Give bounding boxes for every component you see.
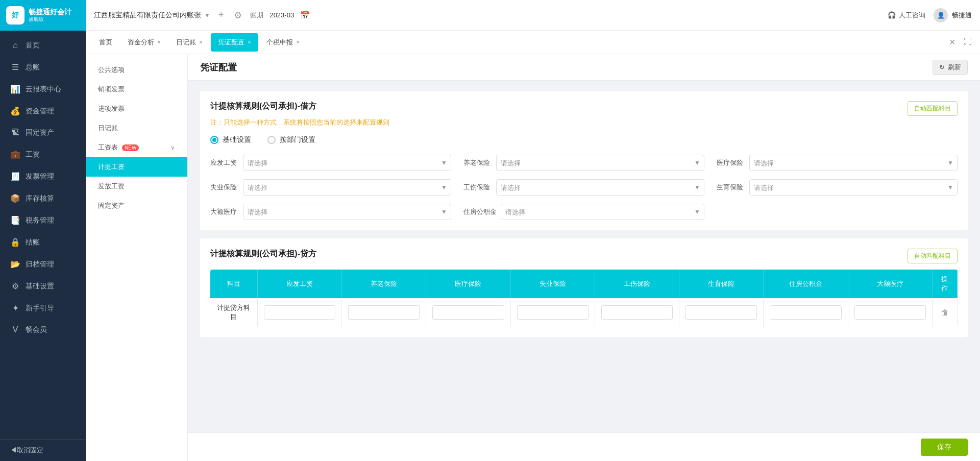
headset-icon: 🎧 (888, 11, 896, 19)
company-selector[interactable]: 江西服宝精品有限责任公司内账张 ▼ (94, 11, 210, 20)
row-medical-cell (426, 298, 510, 327)
sub-sidebar: 公共选项 销项发票 进项发票 日记账 工资表 NEW ∨ 计提工资 (86, 54, 188, 461)
row-injury-input[interactable] (601, 305, 673, 320)
sub-label-fixed-assets: 固定资产 (98, 201, 125, 210)
sidebar-item-inventory[interactable]: 📦 库存核算 (0, 187, 86, 209)
bottom-bar: 保存 (188, 432, 980, 461)
field-unemployment-select[interactable]: 请选择 (243, 179, 451, 196)
support-button[interactable]: 🎧 人工咨询 (888, 11, 925, 20)
row-unemployment-input[interactable] (517, 305, 589, 320)
row-maternity-cell (679, 298, 764, 327)
closing-icon: 🔒 (10, 237, 20, 247)
field-housing-select[interactable]: 请选择 (501, 204, 704, 220)
debit-auto-match-button[interactable]: 自动匹配科目 (908, 101, 958, 116)
field-housing-label: 住房公积金 (463, 207, 497, 216)
radio-basic[interactable]: 基础设置 (210, 135, 251, 144)
sidebar-item-tax[interactable]: 📑 税务管理 (0, 209, 86, 231)
credit-table: 科目 应发工资 养老保险 医疗保险 失业保险 工伤保险 生育保险 住房公积金 大… (210, 270, 958, 327)
sub-item-raise[interactable]: 计提工资 (86, 157, 187, 177)
field-maternity-label: 生育保险 (717, 183, 745, 192)
radio-group: 基础设置 按部门设置 (210, 135, 958, 144)
sidebar-item-closing[interactable]: 🔒 结账 (0, 231, 86, 253)
sub-item-purchase[interactable]: 进项发票 (86, 99, 187, 118)
sub-label-purchase: 进项发票 (98, 104, 125, 113)
assets-icon: 🏗 (10, 128, 20, 137)
radio-basic-circle (210, 136, 218, 144)
sub-item-salary-table[interactable]: 工资表 NEW ∨ (86, 138, 187, 157)
sidebar-item-archive[interactable]: 📂 归档管理 (0, 253, 86, 275)
row-maternity-input[interactable] (685, 305, 757, 320)
sub-label-journal: 日记账 (98, 124, 118, 133)
sidebar-item-member[interactable]: V 畅会员 (0, 319, 86, 341)
tab-tax-close[interactable]: × (296, 39, 300, 46)
add-company-button[interactable]: + (216, 8, 226, 22)
sub-label-salary-table: 工资表 (98, 143, 118, 152)
expand-icon: ∨ (170, 144, 175, 151)
refresh-button[interactable]: ↻ 刷新 (933, 60, 968, 75)
sub-item-public[interactable]: 公共选项 (86, 60, 187, 80)
tab-home[interactable]: 首页 (92, 33, 119, 52)
tab-funds[interactable]: 资金分析 × (120, 33, 168, 52)
sidebar-item-guide[interactable]: ✦ 新手引导 (0, 297, 86, 319)
row-salary-input[interactable] (264, 305, 335, 320)
unpin-button[interactable]: ◀取消固定 (0, 439, 86, 461)
sub-item-journal[interactable]: 日记账 (86, 118, 187, 138)
sidebar-label-member: 畅会员 (26, 325, 47, 334)
sub-label-sales: 销项发票 (98, 85, 125, 94)
sub-item-pay[interactable]: 发放工资 (86, 177, 187, 196)
unpin-label: ◀取消固定 (10, 446, 43, 455)
row-pension-input[interactable] (348, 305, 420, 320)
tab-voucher[interactable]: 凭证配置 × (211, 33, 258, 52)
refresh-icon: ↻ (939, 63, 945, 71)
row-housing-input[interactable] (770, 305, 841, 320)
logo-icon: 好 (6, 6, 24, 25)
row-action-cell: 🗑 (932, 298, 957, 327)
sidebar-item-funds[interactable]: 💰 资金管理 (0, 100, 86, 122)
field-large-medical-select[interactable]: 请选择 (243, 204, 451, 220)
settings-icon: ⚙ (10, 281, 20, 291)
field-large-medical-label: 大额医疗 (210, 207, 239, 216)
radio-department-circle (267, 136, 276, 144)
radio-department[interactable]: 按部门设置 (267, 135, 315, 144)
tab-funds-close[interactable]: × (157, 39, 161, 46)
tab-tax[interactable]: 个税申报 × (259, 33, 307, 52)
page-header: 凭证配置 ↻ 刷新 (188, 54, 980, 81)
sidebar-nav: ⌂ 首页 ☰ 总账 📊 云报表中心 💰 资金管理 🏗 固定资产 💼 工资 🧾 发… (0, 31, 86, 439)
notice-text: 注：只能选择一种方式，系统将按照您当前的选择来配置规则 (210, 118, 389, 126)
tab-tax-label: 个税申报 (266, 38, 293, 47)
table-row: 计提贷方科目 🗑 (210, 298, 958, 327)
field-injury-label: 工伤保险 (463, 183, 492, 192)
field-maternity-select[interactable]: 请选择 (749, 179, 958, 196)
sidebar-item-ledger[interactable]: ☰ 总账 (0, 56, 86, 78)
tab-journal-close[interactable]: × (199, 39, 203, 46)
calendar-icon[interactable]: 📅 (300, 10, 310, 20)
sidebar-item-home[interactable]: ⌂ 首页 (0, 35, 86, 56)
field-salary-select[interactable]: 请选择 (243, 155, 451, 171)
sidebar-item-assets[interactable]: 🏗 固定资产 (0, 122, 86, 143)
settings-button[interactable]: ⚙ (232, 8, 244, 23)
user-info[interactable]: 👤 畅捷通 (934, 8, 972, 22)
sidebar-item-salary[interactable]: 💼 工资 (0, 143, 86, 165)
sidebar-item-invoices[interactable]: 🧾 发票管理 (0, 165, 86, 187)
radio-department-label: 按部门设置 (280, 135, 315, 144)
field-injury-select[interactable]: 请选择 (496, 179, 704, 196)
debit-notice: 注：只能选择一种方式，系统将按照您当前的选择来配置规则 (210, 118, 958, 127)
delete-row-button[interactable]: 🗑 (941, 308, 948, 317)
close-tab-button[interactable]: ✕ (947, 35, 958, 49)
maximize-button[interactable]: ⛶ (962, 35, 974, 49)
sidebar-item-reports[interactable]: 📊 云报表中心 (0, 78, 86, 100)
sub-item-fixed-assets[interactable]: 固定资产 (86, 196, 187, 215)
tab-voucher-close[interactable]: × (248, 39, 251, 46)
sidebar-label-invoices: 发票管理 (26, 172, 54, 181)
sidebar-label-archive: 归档管理 (26, 260, 54, 269)
field-pension-select[interactable]: 请选择 (496, 155, 704, 171)
row-large-medical-input[interactable] (854, 305, 926, 320)
sub-item-sales[interactable]: 销项发票 (86, 80, 187, 99)
funds-icon: 💰 (10, 106, 20, 116)
credit-auto-match-button[interactable]: 自动匹配科目 (908, 249, 958, 263)
row-medical-input[interactable] (432, 305, 504, 320)
field-medical-select[interactable]: 请选择 (749, 155, 958, 171)
sidebar-item-settings[interactable]: ⚙ 基础设置 (0, 275, 86, 297)
tab-journal[interactable]: 日记账 × (169, 33, 210, 52)
save-button[interactable]: 保存 (921, 439, 968, 456)
